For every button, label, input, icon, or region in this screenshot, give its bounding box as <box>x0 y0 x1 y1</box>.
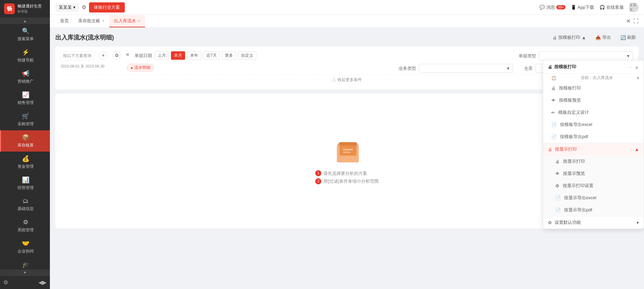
date-range-display: 2023-06-01 至 2023-06-30 <box>61 64 121 69</box>
type-select-arrow: ▾ <box>627 53 630 58</box>
sidebar-icon-enterprise: 🤝 <box>22 240 29 247</box>
dropdown-display-excel[interactable]: 📄 按显示导出excel <box>543 192 644 204</box>
message-group[interactable]: 💬 消息 99+ <box>539 4 565 10</box>
sidebar-icon-finance: 💰 <box>22 155 29 162</box>
export-btn[interactable]: 📤 导出 <box>593 33 614 42</box>
message-icon: 💬 <box>539 5 545 10</box>
gear-icon[interactable]: ⚙ <box>82 4 86 10</box>
date-btn-custom[interactable]: 自定义 <box>238 51 256 60</box>
dropdown-template-excel[interactable]: 📄 按模板导出excel <box>543 119 644 131</box>
dropdown-display-pdf[interactable]: 📄 按显示导出pdf <box>543 204 644 216</box>
dropdown-header: 🖨 按模板打印 ··· ▲ <box>543 60 644 74</box>
user-name: 某某某 <box>59 4 72 10</box>
sidebar-bottom: ⚙ ◀▶ <box>0 275 50 289</box>
svg-rect-3 <box>343 149 353 150</box>
close-all-btn[interactable]: ✕ <box>626 18 631 24</box>
user-avatar[interactable]: 某某某 <box>629 3 639 12</box>
settings-icon[interactable]: ⚙ <box>3 279 8 286</box>
dropdown-display-section: 🖨 按显示打印 ▲ 🖨 按显示打印 👁 按显示预览 <box>543 143 644 216</box>
maximize-btn[interactable]: ⛶ <box>633 18 639 24</box>
tab-flow[interactable]: 出入库流水 × <box>109 15 145 27</box>
dropdown-arrow-icon: ▾ <box>73 5 76 10</box>
collapse-icon[interactable]: ◀▶ <box>38 279 47 286</box>
add-filter-btn[interactable]: + <box>99 51 107 59</box>
display-header-icon: 🖨 <box>548 147 552 152</box>
dropdown-display-settings[interactable]: ⚙ 按显示打印设置 <box>543 180 644 192</box>
sidebar-label-finance: 资金管理 <box>18 164 34 169</box>
tab-batch-account[interactable]: 库存批次账 × <box>74 15 109 27</box>
sidebar-scroll-up[interactable]: ▲ <box>0 18 50 24</box>
sidebar-item-purchase[interactable]: 🛒采购管理 <box>0 109 50 130</box>
sidebar-item-search[interactable]: 🔍搜索菜单 <box>0 24 50 45</box>
type-select[interactable]: ▾ <box>539 51 633 60</box>
empty-illustration <box>333 137 360 164</box>
dropdown-template-preview[interactable]: 👁 按模板预览 <box>543 94 644 106</box>
filter-collapse-btn[interactable]: « <box>126 51 129 57</box>
page-content: 出入库流水(流水明细) 🖨 按模板打印 ▲ 📤 导出 🔄 刷新 <box>50 28 644 289</box>
set-default-btn[interactable]: ⚙ 设置默认功能 ▾ <box>548 219 639 226</box>
sidebar-item-quick-nav[interactable]: ⚡快捷导航 <box>0 45 50 67</box>
sidebar-label-system: 系统管理 <box>18 227 34 233</box>
sidebar-item-system[interactable]: ⚙系统管理 <box>0 215 50 236</box>
dropdown-template-design[interactable]: ✏ 模板自定义设计 <box>543 106 644 119</box>
date-btn-7days[interactable]: 近7天 <box>203 51 220 60</box>
collapse-up-icon: △ <box>332 77 336 82</box>
empty-tips: 1 请先选择要分析的方案 2 用[过滤]条件来缩小分析范围 <box>315 169 378 185</box>
template-print-btn[interactable]: 🖨 按模板打印 ▲ <box>550 33 589 42</box>
tab-bar-actions: ✕ ⛶ <box>626 18 639 24</box>
dropdown-print-icon: 🖨 <box>548 64 552 70</box>
sidebar-item-marketing[interactable]: 📢营销推广 <box>0 67 50 88</box>
svg-rect-4 <box>343 152 350 153</box>
filter-settings-btn[interactable]: ⚙ <box>113 51 121 59</box>
sidebar-icon-sales: 📈 <box>22 91 29 99</box>
filter-type-item: 单据类型 ▾ <box>519 51 633 60</box>
dropdown-collapse-icon[interactable]: ▲ <box>635 64 639 70</box>
sidebar-item-finance[interactable]: 💰资金管理 <box>0 152 50 173</box>
tab-home[interactable]: 首页 <box>55 15 74 27</box>
tab-batch-account-close[interactable]: × <box>102 19 105 23</box>
current-arrow: ▾ <box>637 76 639 80</box>
sidebar-item-inventory[interactable]: 📦库存核算 <box>0 130 50 152</box>
online-service-group[interactable]: 🎧 在线客服 <box>599 4 624 10</box>
sidebar-item-sales[interactable]: 📈销售管理 <box>0 88 50 109</box>
collapse-label: 收起更多条件 <box>338 77 362 82</box>
biz-select[interactable]: ▾ <box>419 64 513 73</box>
template-excel-label: 按模板导出excel <box>560 122 592 128</box>
sidebar-item-operation[interactable]: 📊经营管理 <box>0 173 50 194</box>
template-pdf-icon: 📄 <box>551 134 557 139</box>
user-selector[interactable]: 某某某 ▾ <box>55 3 79 12</box>
template-print-item-label: 按模板打印 <box>559 85 581 91</box>
tip-text-2: 用[过滤]条件来缩小分析范围 <box>323 177 378 185</box>
dropdown-display-preview[interactable]: 👁 按显示预览 <box>543 167 644 180</box>
current-label: 📋 当前：出入库流水 ▾ <box>543 74 644 82</box>
dropdown-display-header[interactable]: 🖨 按显示打印 ▲ <box>543 143 644 155</box>
dropdown-template-pdf[interactable]: 📄 按模板导出pdf <box>543 131 644 143</box>
refresh-btn[interactable]: 🔄 刷新 <box>618 33 639 42</box>
page-header: 出入库流水(流水明细) 🖨 按模板打印 ▲ 📤 导出 🔄 刷新 <box>55 33 639 42</box>
dropdown-more-icon[interactable]: ··· <box>629 64 633 70</box>
date-btn-more[interactable]: 更多 <box>222 51 236 60</box>
avatar-text: 某某某 <box>629 2 639 12</box>
date-btn-this-month[interactable]: 本月 <box>171 51 185 60</box>
app-download-group[interactable]: 📱 App下载 <box>571 4 594 10</box>
display-preview-icon: 👁 <box>555 171 560 176</box>
tag-icon: ● <box>130 65 133 70</box>
page-actions: 🖨 按模板打印 ▲ 📤 导出 🔄 刷新 <box>550 33 639 42</box>
template-print-label: 按模板打印 <box>558 34 580 41</box>
tab-flow-close[interactable]: × <box>138 19 140 23</box>
current-text: 当前：出入库流水 <box>581 75 613 81</box>
date-btn-this-year[interactable]: 本年 <box>187 51 201 60</box>
sidebar-item-base[interactable]: 🗂基础信息 <box>0 194 50 215</box>
dropdown-panel: 🖨 按模板打印 ··· ▲ 📋 当前：出入库流水 ▾ 🖨 <box>543 60 644 229</box>
sidebar-label-enterprise: 企业协同 <box>18 248 34 254</box>
sidebar-scroll-down[interactable]: ▼ <box>0 269 50 275</box>
dropdown-template-print[interactable]: 🖨 按模板打印 <box>543 82 644 94</box>
active-tag[interactable]: ● 流水明细 <box>127 64 154 72</box>
trial-button[interactable]: 体验行业方案 <box>89 2 125 12</box>
sidebar-item-guide[interactable]: 🎓新手引导 <box>0 258 50 269</box>
sidebar-item-enterprise[interactable]: 🤝企业协同 <box>0 236 50 258</box>
tag-label: 流水明细 <box>134 65 150 71</box>
biz-select-arrow: ▾ <box>507 66 509 71</box>
dropdown-display-print[interactable]: 🖨 按显示打印 <box>543 155 644 167</box>
date-btn-last-month[interactable]: 上月 <box>155 51 169 60</box>
